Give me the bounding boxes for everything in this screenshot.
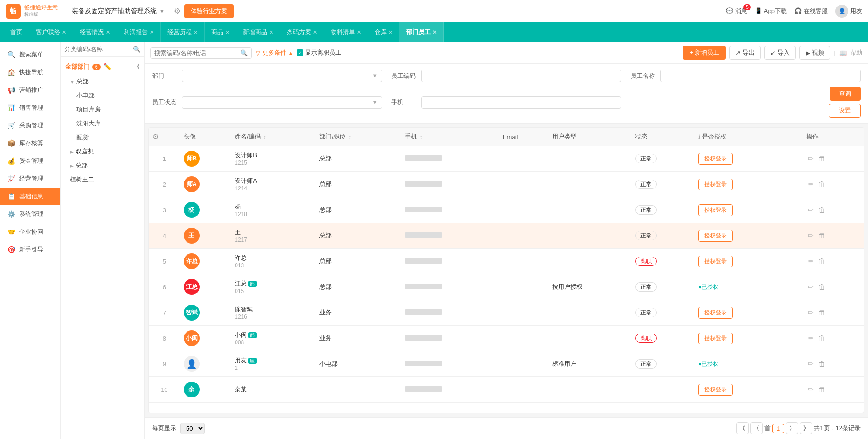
nav-tab-首页[interactable]: 首页 bbox=[4, 22, 29, 42]
auth-button[interactable]: 授权登录 bbox=[698, 307, 733, 319]
col-gear[interactable]: ⚙ bbox=[149, 128, 180, 146]
edit-icon[interactable]: ✏ bbox=[808, 154, 814, 162]
search-input[interactable] bbox=[154, 49, 238, 56]
delete-icon[interactable]: 🗑 bbox=[819, 180, 826, 188]
sidebar-item-系统管理[interactable]: ⚙️ 系统管理 bbox=[0, 205, 60, 223]
import-button[interactable]: ↙ 导入 bbox=[764, 46, 796, 60]
empcode-input[interactable] bbox=[421, 70, 621, 82]
sidebar-item-库存核算[interactable]: 📦 库存核算 bbox=[0, 134, 60, 152]
dept-group-header-sm[interactable]: ▶ 双庙想 bbox=[65, 145, 144, 159]
setting-button[interactable]: 设置 bbox=[829, 104, 861, 118]
close-icon[interactable]: ✕ bbox=[313, 29, 317, 35]
trial-button[interactable]: 体验行业方案 bbox=[184, 4, 234, 18]
delete-icon[interactable]: 🗑 bbox=[819, 308, 826, 316]
auth-button[interactable]: 授权登录 bbox=[698, 179, 733, 190]
help-icon[interactable]: 📖 bbox=[839, 49, 847, 56]
edit-icon[interactable]: ✏ bbox=[808, 334, 814, 342]
nav-tab-条码方案[interactable]: 条码方案✕ bbox=[280, 22, 324, 42]
current-page[interactable]: 1 bbox=[772, 424, 784, 433]
close-icon[interactable]: ✕ bbox=[225, 29, 229, 35]
edit-icon[interactable]: ✏ bbox=[808, 385, 814, 393]
auth-button[interactable]: 授权登录 bbox=[698, 384, 733, 396]
more-filter-button[interactable]: ▽ 更多条件 ▲ bbox=[256, 49, 293, 57]
sidebar-item-营销推广[interactable]: 📢 营销推广 bbox=[0, 81, 60, 99]
close-icon[interactable]: ✕ bbox=[194, 29, 198, 35]
close-icon[interactable]: ✕ bbox=[106, 29, 110, 35]
sidebar-item-采购管理[interactable]: 🛒 采购管理 bbox=[0, 117, 60, 134]
query-button[interactable]: 查询 bbox=[830, 87, 861, 101]
nav-tab-客户联络[interactable]: 客户联络✕ bbox=[29, 22, 73, 42]
nav-tab-物料清单[interactable]: 物料清单✕ bbox=[324, 22, 368, 42]
close-icon[interactable]: ✕ bbox=[389, 29, 393, 35]
delete-icon[interactable]: 🗑 bbox=[819, 231, 826, 239]
edit-icon[interactable]: ✏ bbox=[808, 231, 814, 239]
col-phone[interactable]: 手机 ↕ bbox=[401, 128, 499, 146]
settings-icon[interactable]: ⚙ bbox=[174, 7, 181, 15]
dept-item-xmkf[interactable]: 项目库房 bbox=[65, 103, 144, 117]
dept-select[interactable]: ▼ bbox=[182, 70, 382, 82]
delete-icon[interactable]: 🗑 bbox=[819, 283, 826, 291]
all-dept-header[interactable]: 全部部门 6 ✏️ 《 bbox=[61, 59, 144, 75]
last-page-button[interactable]: 》 bbox=[800, 422, 812, 434]
auth-button[interactable]: 授权登录 bbox=[698, 230, 733, 242]
close-icon[interactable]: ✕ bbox=[269, 29, 273, 35]
edit-icon[interactable]: ✏ bbox=[808, 360, 814, 368]
export-button[interactable]: ↗ 导出 bbox=[729, 46, 761, 60]
dropdown-arrow-icon[interactable]: ▼ bbox=[160, 8, 165, 14]
sidebar-item-基础信息[interactable]: 📋 基础信息 bbox=[0, 188, 60, 205]
close-icon[interactable]: ✕ bbox=[357, 29, 361, 35]
add-employee-button[interactable]: + 新增员工 bbox=[683, 46, 725, 60]
dept-group-header-general[interactable]: ▼ 总部 bbox=[65, 75, 144, 89]
nav-tab-利润报告[interactable]: 利润报告✕ bbox=[117, 22, 161, 42]
sidebar-item-企业协同[interactable]: 🤝 企业协同 bbox=[0, 223, 60, 241]
app-download-button[interactable]: 📱 App下载 bbox=[755, 7, 787, 15]
dept-group-header-zb[interactable]: ▶ 总部 bbox=[65, 159, 144, 173]
col-dept[interactable]: 部门/职位 ↕ bbox=[316, 128, 401, 146]
nav-tab-经营历程[interactable]: 经营历程✕ bbox=[161, 22, 205, 42]
sidebar-item-快捷导航[interactable]: 🏠 快捷导航 bbox=[0, 63, 60, 81]
edit-icon[interactable]: ✏ bbox=[808, 180, 814, 188]
online-service-button[interactable]: 🎧 在线客服 bbox=[794, 7, 828, 15]
dept-item-ph[interactable]: 配货 bbox=[65, 131, 144, 145]
delete-icon[interactable]: 🗑 bbox=[819, 257, 826, 265]
next-page-button[interactable]: 〉 bbox=[786, 422, 798, 434]
user-menu[interactable]: 👤 用友 bbox=[835, 5, 862, 18]
sidebar-item-资金管理[interactable]: 💰 资金管理 bbox=[0, 152, 60, 170]
empname-input[interactable] bbox=[660, 70, 861, 82]
first-page-button[interactable]: 《 bbox=[736, 422, 749, 434]
sidebar-item-搜索菜单[interactable]: 🔍 搜索菜单 bbox=[0, 46, 60, 63]
dept-search-input[interactable] bbox=[64, 46, 131, 53]
edit-icon[interactable]: ✏ bbox=[808, 206, 814, 214]
dept-item-syd[interactable]: 沈阳大库 bbox=[65, 117, 144, 131]
dept-edit-icon[interactable]: ✏️ bbox=[104, 63, 111, 70]
sidebar-item-新手引导[interactable]: 🎯 新手引导 bbox=[0, 241, 60, 258]
nav-tab-仓库[interactable]: 仓库✕ bbox=[368, 22, 400, 42]
gear-icon[interactable]: ⚙ bbox=[153, 132, 159, 140]
close-icon[interactable]: ✕ bbox=[432, 29, 437, 35]
close-icon[interactable]: ✕ bbox=[150, 29, 154, 35]
page-size-select[interactable]: 50 bbox=[180, 423, 205, 434]
collapse-icon[interactable]: 《 bbox=[134, 63, 139, 71]
nav-tab-商品[interactable]: 商品✕ bbox=[205, 22, 236, 42]
delete-icon[interactable]: 🗑 bbox=[819, 154, 826, 162]
delete-icon[interactable]: 🗑 bbox=[819, 385, 826, 393]
delete-icon[interactable]: 🗑 bbox=[819, 206, 826, 214]
dept-item-xdb[interactable]: 小电部 bbox=[65, 89, 144, 103]
edit-icon[interactable]: ✏ bbox=[808, 257, 814, 265]
col-name[interactable]: 姓名/编码 ↕ bbox=[231, 128, 316, 146]
show-resigned-toggle[interactable]: ✓ 显示离职员工 bbox=[297, 49, 341, 57]
delete-icon[interactable]: 🗑 bbox=[819, 334, 826, 342]
auth-button[interactable]: 授权登录 bbox=[698, 256, 733, 267]
auth-button[interactable]: 授权登录 bbox=[698, 333, 733, 344]
edit-icon[interactable]: ✏ bbox=[808, 308, 814, 316]
nav-tab-部门员工[interactable]: 部门员工✕ bbox=[400, 22, 444, 42]
search-icon[interactable]: 🔍 bbox=[240, 49, 248, 56]
auth-button[interactable]: 授权登录 bbox=[698, 153, 733, 165]
status-select[interactable]: ▼ bbox=[182, 96, 382, 109]
dept-group-header-zswe[interactable]: 植树王二 bbox=[65, 173, 144, 187]
nav-tab-新增商品[interactable]: 新增商品✕ bbox=[236, 22, 280, 42]
message-button[interactable]: 💬 消息 5 bbox=[726, 7, 747, 15]
nav-tab-经营情况[interactable]: 经营情况✕ bbox=[73, 22, 117, 42]
close-icon[interactable]: ✕ bbox=[62, 29, 66, 35]
video-button[interactable]: ▶ 视频 bbox=[799, 46, 830, 60]
